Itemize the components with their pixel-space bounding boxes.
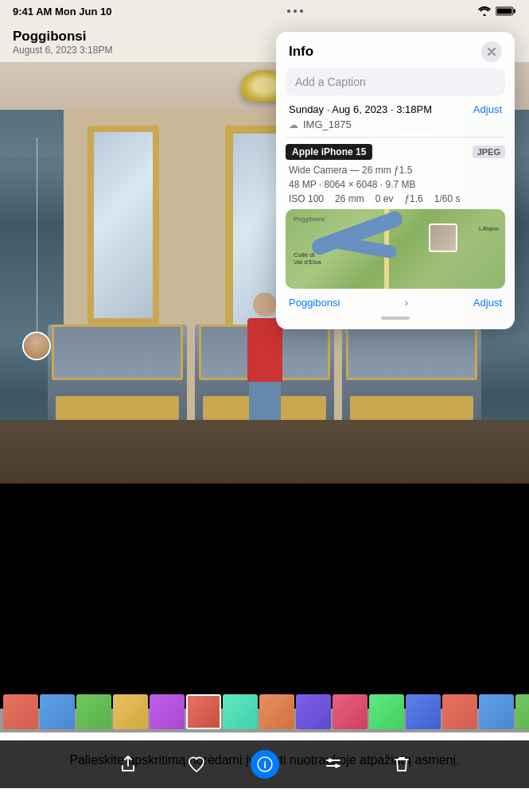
info-title: Info	[289, 44, 313, 60]
datetime-adjust-button[interactable]: Adjust	[473, 103, 502, 115]
info-button[interactable]: i	[251, 750, 279, 779]
camera-spec-row2: 48 MP · 8064 × 6048 · 9.7 MB	[276, 177, 515, 192]
thumbnail-6-active[interactable]	[186, 694, 221, 729]
info-datetime: Sunday · Aug 6, 2023 · 3:18PM	[289, 103, 432, 115]
thumbnail-2[interactable]	[40, 694, 75, 729]
caption-input[interactable]: Add a Caption	[286, 68, 505, 95]
camera-model-badge: Apple iPhone 15	[286, 144, 372, 160]
battery-icon	[496, 6, 516, 16]
heart-button[interactable]	[182, 750, 211, 779]
location-name[interactable]: Poggibonsi	[289, 297, 340, 309]
thumbnail-12[interactable]	[406, 694, 441, 729]
dot2	[294, 10, 297, 13]
svg-rect-2	[496, 9, 511, 14]
dot1	[287, 10, 290, 13]
thumbnail-9[interactable]	[296, 694, 331, 729]
map-photo-thumb-inner	[430, 225, 456, 251]
person-head	[253, 293, 277, 317]
adjust-icon	[324, 755, 343, 774]
bench-back-left	[52, 324, 183, 380]
bench-frame-left	[56, 396, 179, 420]
bottom-toolbar: i	[0, 740, 529, 788]
floor	[0, 420, 529, 484]
svg-text:i: i	[263, 759, 266, 771]
svg-rect-1	[513, 10, 515, 14]
status-icons	[478, 6, 516, 16]
status-time: 9:41 AM Mon Jun 10	[13, 6, 111, 17]
thumbnail-5[interactable]	[150, 694, 185, 729]
info-icon: i	[257, 756, 273, 772]
dot3	[300, 10, 303, 13]
info-map[interactable]: Poggibonsi Colle diVal d'Elsa Lilliano	[286, 209, 505, 289]
indicator-line	[37, 138, 37, 360]
thumbnail-8[interactable]	[259, 694, 294, 729]
svg-point-6	[328, 759, 332, 763]
thumbnail-15[interactable]	[515, 694, 529, 729]
jpeg-badge: JPEG	[473, 146, 505, 158]
bench-left	[48, 324, 187, 420]
camera-badge-row: Apple iPhone 15 JPEG	[276, 144, 515, 163]
heart-icon	[187, 755, 206, 774]
map-label-colle: Colle diVal d'Elsa	[294, 251, 321, 266]
map-label-lilliano: Lilliano	[479, 225, 499, 232]
close-icon	[488, 48, 496, 56]
share-button[interactable]	[114, 750, 142, 779]
info-divider-camera	[286, 137, 505, 138]
drag-handle[interactable]	[381, 317, 410, 320]
person-indicator-avatar	[24, 333, 49, 359]
thumbnail-1[interactable]	[3, 694, 38, 729]
focal-value: 26 mm	[335, 193, 364, 204]
thumbnail-3[interactable]	[76, 694, 111, 729]
info-location-row: Poggibonsi › Adjust	[276, 293, 515, 312]
person-legs	[249, 382, 281, 422]
status-bar: 9:41 AM Mon Jun 10	[0, 0, 529, 22]
info-filename: IMG_1875	[303, 118, 352, 130]
bench-back-right	[346, 324, 477, 380]
adjust-button[interactable]	[319, 750, 348, 779]
thumbnail-10[interactable]	[333, 694, 368, 729]
iso-value: ISO 100	[289, 193, 324, 204]
person-indicator[interactable]	[22, 332, 51, 360]
cloud-icon: ☁	[289, 119, 298, 130]
info-header: Info	[276, 32, 515, 68]
home-indicator	[217, 804, 313, 807]
info-close-button[interactable]	[481, 41, 502, 62]
thumbnail-strip[interactable]	[0, 691, 529, 732]
aperture-value: ƒ1.6	[404, 193, 422, 204]
trash-button[interactable]	[387, 750, 416, 779]
bench-right	[342, 324, 481, 420]
person-body	[247, 318, 282, 382]
camera-spec-row3: ISO 100 26 mm 0 ev ƒ1.6 1/60 s	[276, 192, 515, 209]
wifi-icon	[478, 6, 491, 16]
thumbnail-7[interactable]	[223, 694, 258, 729]
thumbnail-row	[0, 694, 529, 729]
info-panel: Info Add a Caption Sunday · Aug 6, 2023 …	[276, 32, 515, 329]
bench-frame-right	[350, 396, 473, 420]
ev-value: 0 ev	[375, 193, 394, 204]
share-icon	[119, 755, 138, 774]
info-filename-row: ☁ IMG_1875	[276, 118, 515, 137]
thumbnail-14[interactable]	[479, 694, 514, 729]
trash-icon	[393, 755, 410, 774]
shutter-value: 1/60 s	[434, 193, 461, 204]
map-label-poggibonsi: Poggibonsi	[294, 216, 325, 223]
thumbnail-13[interactable]	[442, 694, 477, 729]
camera-spec-row1: Wide Camera — 26 mm ƒ1.5	[276, 163, 515, 177]
svg-point-8	[334, 764, 338, 768]
thumbnail-4[interactable]	[113, 694, 148, 729]
status-center-dots	[287, 10, 303, 13]
location-arrow-icon: ›	[405, 297, 408, 309]
thumbnail-11[interactable]	[369, 694, 404, 729]
info-datetime-row: Sunday · Aug 6, 2023 · 3:18PM Adjust	[276, 103, 515, 118]
map-photo-thumbnail	[429, 223, 457, 252]
location-adjust-button[interactable]: Adjust	[473, 297, 502, 309]
